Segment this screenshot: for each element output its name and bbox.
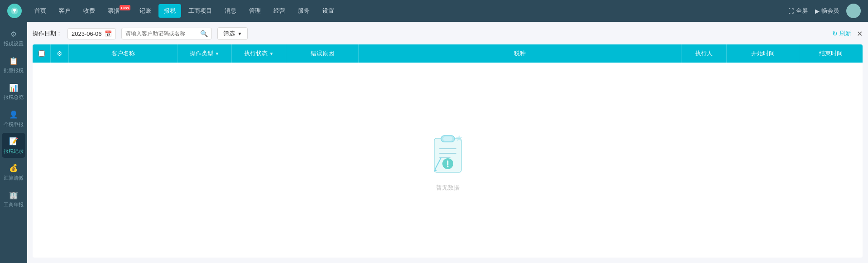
nav-item-客户[interactable]: 客户 (53, 4, 76, 18)
table-container: ⚙ 客户名称 操作类型 ▼ 执行状态 ▼ 错误原因 税种 (33, 44, 863, 258)
th-op-type-label: 操作类型 (190, 49, 213, 58)
refresh-button[interactable]: ↻ 刷新 (832, 29, 851, 38)
sidebar-icon-报税记录: 📝 (9, 136, 19, 146)
th-end-time: 结束时间 (799, 44, 863, 63)
date-label: 操作日期： (33, 29, 62, 38)
fullscreen-label: 全屏 (796, 7, 808, 15)
content-area: 操作日期： 2023-06-06 📅 🔍 筛选 ▼ ↻ 刷新 ✕ (27, 22, 868, 263)
toolbar: 操作日期： 2023-06-06 📅 🔍 筛选 ▼ ↻ 刷新 ✕ (33, 27, 863, 40)
sidebar-icon-汇算清缴: 💰 (9, 163, 19, 173)
nav-item-消息[interactable]: 消息 (219, 4, 242, 18)
sidebar-label-报税总览: 报税总览 (4, 94, 24, 100)
th-name: 客户名称 (69, 44, 177, 63)
th-error-reason: 错误原因 (286, 44, 359, 63)
nav-badge-票据: new (120, 5, 130, 10)
th-tax-type: 税种 (359, 44, 681, 63)
nav-item-设置[interactable]: 设置 (317, 4, 340, 18)
nav-item-首页[interactable]: 首页 (29, 4, 52, 18)
fullscreen-icon: ⛶ (788, 8, 794, 15)
sidebar-label-报税设置: 报税设置 (4, 41, 24, 47)
th-name-label: 客户名称 (111, 49, 135, 58)
sidebar-icon-个税申报: 👤 (9, 110, 19, 120)
sidebar-item-工商年报[interactable]: 🏢工商年报 (2, 186, 25, 211)
sidebar-item-报税总览[interactable]: 📊报税总览 (2, 79, 25, 104)
sidebar-label-批量报税: 批量报税 (4, 68, 24, 73)
nav-item-管理[interactable]: 管理 (244, 4, 266, 18)
th-start-time: 开始时间 (727, 44, 799, 63)
sidebar-label-个税申报: 个税申报 (4, 122, 24, 127)
top-navigation: 首页客户收费票据new记账报税工商项目消息管理经营服务设置 ⛶ 全屏 ▶ 畅会员 (0, 0, 868, 22)
sidebar-icon-报税总览: 📊 (9, 83, 19, 93)
toolbar-right: ↻ 刷新 ✕ (832, 29, 863, 38)
filter-exec-status-icon: ▼ (269, 51, 274, 56)
th-exec-status[interactable]: 执行状态 ▼ (232, 44, 286, 63)
nav-item-收费[interactable]: 收费 (78, 4, 101, 18)
sidebar-label-报税记录: 报税记录 (4, 148, 24, 154)
sidebar-icon-报税设置: ⚙ (9, 29, 19, 39)
nav-item-票据[interactable]: 票据new (102, 4, 132, 18)
th-op-type[interactable]: 操作类型 ▼ (177, 44, 232, 63)
sidebar-item-批量报税[interactable]: 📋批量报税 (2, 52, 25, 77)
search-icon: 🔍 (200, 30, 208, 37)
sidebar-icon-批量报税: 📋 (9, 56, 19, 66)
member-label: 畅会员 (821, 7, 839, 15)
table-header: ⚙ 客户名称 操作类型 ▼ 执行状态 ▼ 错误原因 税种 (33, 44, 863, 63)
th-checkbox[interactable] (33, 44, 51, 63)
nav-item-经营[interactable]: 经营 (268, 4, 291, 18)
svg-point-0 (14, 12, 15, 13)
date-value: 2023-06-06 (72, 30, 102, 37)
empty-illustration (425, 128, 470, 178)
nav-item-工商项目[interactable]: 工商项目 (183, 4, 217, 18)
filter-label: 筛选 (223, 29, 235, 38)
member-button[interactable]: ▶ 畅会员 (815, 7, 839, 15)
refresh-label: 刷新 (839, 29, 851, 38)
th-error-reason-label: 错误原因 (311, 49, 334, 58)
th-exec-status-label: 执行状态 (244, 49, 268, 58)
th-settings: ⚙ (51, 44, 69, 63)
empty-state: 暂无数据 (33, 63, 863, 258)
filter-op-type-icon: ▼ (215, 51, 220, 56)
refresh-icon: ↻ (832, 30, 838, 37)
settings-icon: ⚙ (57, 50, 62, 57)
nav-item-记账[interactable]: 记账 (134, 4, 157, 18)
th-executor-label: 执行人 (695, 49, 713, 58)
svg-point-9 (447, 166, 448, 167)
filter-button[interactable]: 筛选 ▼ (217, 27, 248, 40)
app-logo[interactable] (7, 4, 22, 18)
chevron-down-icon: ▼ (238, 31, 242, 36)
sidebar-label-汇算清缴: 汇算清缴 (4, 175, 24, 181)
top-nav-right: ⛶ 全屏 ▶ 畅会员 (788, 4, 861, 18)
svg-rect-3 (443, 136, 452, 141)
date-picker[interactable]: 2023-06-06 📅 (67, 28, 116, 39)
nav-item-报税[interactable]: 报税 (158, 4, 181, 18)
nav-items: 首页客户收费票据new记账报税工商项目消息管理经营服务设置 (29, 4, 340, 18)
main-layout: ⚙报税设置📋批量报税📊报税总览👤个税申报📝报税记录💰汇算清缴🏢工商年报 操作日期… (0, 22, 868, 263)
fullscreen-button[interactable]: ⛶ 全屏 (788, 7, 808, 15)
calendar-icon: 📅 (105, 30, 112, 37)
th-start-time-label: 开始时间 (751, 49, 775, 58)
select-all-checkbox[interactable] (38, 50, 45, 57)
sidebar-label-工商年报: 工商年报 (4, 202, 24, 208)
th-tax-type-label: 税种 (514, 49, 526, 58)
search-box[interactable]: 🔍 (121, 28, 212, 39)
search-input[interactable] (125, 30, 197, 37)
sidebar: ⚙报税设置📋批量报税📊报税总览👤个税申报📝报税记录💰汇算清缴🏢工商年报 (0, 22, 27, 263)
sidebar-item-个税申报[interactable]: 👤个税申报 (2, 106, 25, 131)
sidebar-icon-工商年报: 🏢 (9, 190, 19, 200)
th-end-time-label: 结束时间 (819, 49, 843, 58)
empty-text: 暂无数据 (436, 184, 460, 192)
sidebar-item-汇算清缴[interactable]: 💰汇算清缴 (2, 160, 25, 185)
nav-item-服务[interactable]: 服务 (293, 4, 315, 18)
member-icon: ▶ (815, 8, 820, 15)
sidebar-item-报税记录[interactable]: 📝报税记录 (2, 133, 25, 158)
th-executor: 执行人 (681, 44, 727, 63)
sidebar-item-报税设置[interactable]: ⚙报税设置 (2, 25, 25, 50)
close-button[interactable]: ✕ (857, 29, 863, 38)
avatar[interactable] (846, 4, 861, 18)
